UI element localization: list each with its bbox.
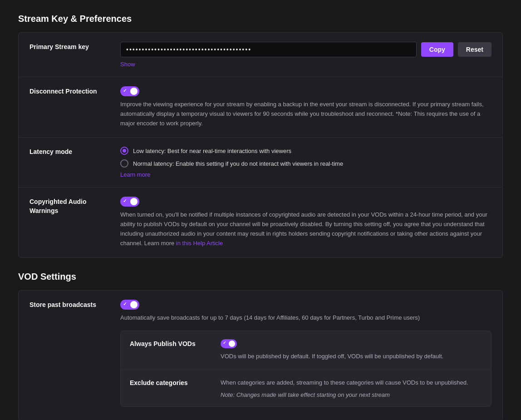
exclude-categories-content: When categories are added, streaming to …	[221, 378, 482, 398]
copyrighted-audio-toggle[interactable]: ✓	[120, 197, 139, 207]
latency-mode-row: Latency mode Low latency: Best for near …	[19, 138, 502, 188]
stream-key-row: Primary Stream key Copy Reset Show	[19, 33, 502, 77]
toggle-check-icon-3: ✓	[123, 301, 127, 306]
stream-key-card: Primary Stream key Copy Reset Show Disco…	[18, 32, 503, 258]
latency-normal-label: Normal latency: Enable this setting if y…	[133, 160, 343, 167]
help-article-link[interactable]: in this Help Article	[176, 240, 223, 247]
toggle-thumb-4	[229, 341, 235, 347]
radio-inner-low	[123, 149, 126, 153]
toggle-check-icon-2: ✓	[123, 198, 127, 203]
vod-sub-card: Always Publish VODs ✓ VODs will be publi…	[120, 331, 492, 407]
copyrighted-audio-description: When turned on, you'll be notified if mu…	[120, 210, 492, 248]
toggle-check-icon: ✓	[123, 88, 127, 93]
page-container: Stream Key & Preferences Primary Stream …	[0, 0, 521, 420]
toggle-check-icon-4: ✓	[223, 341, 226, 345]
disconnect-protection-toggle[interactable]: ✓	[120, 86, 139, 96]
copyrighted-audio-label: Copyrighted Audio Warnings	[29, 197, 120, 215]
latency-normal-option[interactable]: Normal latency: Enable this setting if y…	[120, 159, 492, 168]
store-past-broadcasts-label: Store past broadcasts	[29, 300, 120, 310]
store-past-broadcasts-row: Store past broadcasts ✓ Automatically sa…	[19, 291, 502, 420]
always-publish-vods-content: ✓ VODs will be published by default. If …	[221, 339, 482, 361]
stream-key-content: Copy Reset Show	[120, 42, 492, 68]
radio-outer-low	[120, 147, 128, 155]
exclude-categories-label: Exclude categories	[130, 378, 221, 386]
latency-mode-label: Latency mode	[29, 147, 120, 157]
always-publish-vods-description: VODs will be published by default. If to…	[221, 352, 482, 361]
exclude-categories-note: Note: Changes made will take effect star…	[221, 391, 482, 398]
toggle-thumb-3	[130, 301, 138, 308]
radio-outer-normal	[120, 159, 128, 168]
toggle-thumb-2	[130, 198, 138, 205]
stream-key-input-row: Copy Reset	[120, 42, 492, 57]
always-publish-vods-label: Always Publish VODs	[130, 339, 221, 347]
latency-low-option[interactable]: Low latency: Best for near real-time int…	[120, 147, 492, 155]
toggle-thumb	[130, 88, 138, 95]
latency-mode-content: Low latency: Best for near real-time int…	[120, 147, 492, 178]
show-stream-key-link[interactable]: Show	[120, 61, 492, 68]
vod-settings-card: Store past broadcasts ✓ Automatically sa…	[18, 290, 503, 420]
always-publish-vods-row: Always Publish VODs ✓ VODs will be publi…	[121, 331, 491, 370]
store-past-broadcasts-content: ✓ Automatically save broadcasts for up t…	[120, 300, 492, 411]
always-publish-vods-toggle[interactable]: ✓	[221, 339, 237, 348]
reset-button[interactable]: Reset	[458, 42, 492, 57]
disconnect-protection-row: Disconnect Protection ✓ Improve the view…	[19, 77, 502, 138]
latency-low-label: Low latency: Best for near real-time int…	[133, 148, 291, 154]
copy-button[interactable]: Copy	[421, 42, 453, 57]
store-past-broadcasts-description: Automatically save broadcasts for up to …	[120, 313, 492, 323]
stream-key-label: Primary Stream key	[29, 42, 120, 52]
disconnect-protection-label: Disconnect Protection	[29, 86, 120, 96]
disconnect-protection-content: ✓ Improve the viewing experience for you…	[120, 86, 492, 128]
vod-section-title: VOD Settings	[18, 272, 503, 282]
exclude-categories-row: Exclude categories When categories are a…	[121, 370, 491, 406]
latency-radio-group: Low latency: Best for near real-time int…	[120, 147, 492, 168]
copyrighted-audio-row: Copyrighted Audio Warnings ✓ When turned…	[19, 188, 502, 257]
stream-key-section-title: Stream Key & Preferences	[18, 14, 503, 24]
copyrighted-audio-content: ✓ When turned on, you'll be notified if …	[120, 197, 492, 248]
exclude-categories-description: When categories are added, streaming to …	[221, 378, 482, 388]
store-past-broadcasts-toggle[interactable]: ✓	[120, 300, 139, 310]
disconnect-protection-description: Improve the viewing experience for your …	[120, 100, 492, 128]
latency-learn-more-link[interactable]: Learn more	[120, 171, 492, 178]
stream-key-input[interactable]	[120, 42, 417, 57]
